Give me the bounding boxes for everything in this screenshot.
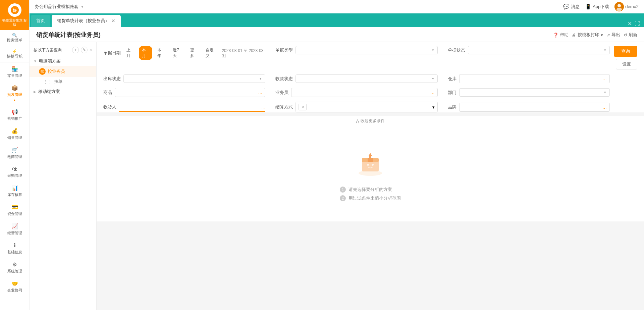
settlement-select[interactable]: × ▾ bbox=[296, 102, 437, 112]
tab-close-window-icon[interactable]: ✕ bbox=[628, 20, 632, 27]
inventory-icon: 📊 bbox=[11, 185, 18, 191]
sidebar-item-inventory[interactable]: 📊 库存核算 bbox=[0, 182, 29, 201]
date-btn-last-month[interactable]: 上月 bbox=[123, 46, 137, 60]
tree-item-by-salesperson[interactable]: 按 按业务员 bbox=[30, 66, 96, 77]
tab-maximize-icon[interactable]: ⛶ bbox=[635, 21, 640, 27]
main-area: 办公用品行业模拟账套 ▾ 💬 消息 📱 App下载 de bbox=[30, 0, 644, 310]
warehouse-label: 仓库 bbox=[448, 76, 457, 82]
topbar: 办公用品行业模拟账套 ▾ 💬 消息 📱 App下载 de bbox=[30, 0, 644, 13]
consignee-label: 收货人 bbox=[103, 104, 116, 110]
hint-number-2: 2 bbox=[340, 195, 346, 201]
filter-consignee: 收货人 … bbox=[103, 103, 265, 112]
settlement-chevron-icon: ▾ bbox=[432, 105, 435, 110]
add-icon: + bbox=[74, 48, 77, 52]
filter-bill-type: 单据类型 ▾ bbox=[275, 46, 437, 54]
message-button[interactable]: 💬 消息 bbox=[563, 4, 580, 10]
filter-settlement: 结算方式 × ▾ bbox=[275, 102, 437, 112]
bill-type-select[interactable]: ▾ bbox=[296, 46, 437, 54]
receipt-status-select[interactable]: ▾ bbox=[296, 74, 437, 83]
page-header: 销货单统计表(按业务员) ❓ 帮助 🖨 按模板打印 ▾ ↗ 导出 ↺ 刷新 bbox=[30, 27, 644, 42]
help-button[interactable]: ❓ 帮助 bbox=[553, 32, 569, 38]
user-menu[interactable]: demo2 bbox=[614, 2, 639, 11]
brand-select[interactable]: … bbox=[459, 103, 610, 112]
sidebar-item-system[interactable]: ⚙ 系统管理 bbox=[0, 258, 29, 277]
sidebar-item-enterprise[interactable]: 🤝 企业协同 bbox=[0, 277, 29, 296]
department-chevron-icon: ▾ bbox=[604, 90, 606, 95]
sidebar-item-purchase[interactable]: 🛍 采购管理 bbox=[0, 163, 29, 182]
sidebar-item-wholesale[interactable]: 📦 批发管理 ▲ bbox=[0, 82, 29, 105]
left-panel: 按以下方案查询 + ✎ « ▼ bbox=[30, 42, 97, 310]
setting-button[interactable]: 设置 bbox=[616, 59, 637, 69]
date-btn-this-month[interactable]: 本月 bbox=[139, 46, 152, 60]
sidebar-item-finance[interactable]: 💳 资金管理 bbox=[0, 201, 29, 220]
sidebar-item-sales[interactable]: 💰 销售管理 bbox=[0, 124, 29, 144]
logo-icon: 好 bbox=[8, 3, 21, 17]
sidebar-item-retail[interactable]: 🏪 零售管理 bbox=[0, 62, 29, 82]
filter-date: 单据日期 上月 本月 本年 近7天 更多 自定义 2023-03-01 至 20… bbox=[103, 46, 265, 60]
page-header-buttons: ❓ 帮助 🖨 按模板打印 ▾ ↗ 导出 ↺ 刷新 bbox=[553, 32, 637, 38]
sales-icon: 💰 bbox=[11, 128, 18, 134]
salesperson-label: 业务员 bbox=[275, 90, 288, 96]
department-select[interactable]: ▾ bbox=[459, 88, 610, 97]
out-status-select[interactable]: ▾ bbox=[123, 74, 265, 83]
bill-status-select[interactable]: ▾ bbox=[468, 46, 610, 54]
sidebar-logo[interactable]: 好 畅捷通好生意 标版 bbox=[0, 0, 29, 30]
tree-group-desktop-title[interactable]: ▼ 电脑端方案 bbox=[30, 56, 96, 66]
tree-item-salesperson-label: 按业务员 bbox=[48, 68, 65, 74]
settlement-tag: × bbox=[299, 104, 307, 110]
tab-sales-stats[interactable]: 销货单统计表（按业务员） ✕ bbox=[52, 15, 121, 27]
filter-receipt-status: 收款状态 ▾ bbox=[275, 74, 437, 83]
settlement-clear-icon[interactable]: × bbox=[302, 105, 304, 109]
collapse-up-icon: ⋀ bbox=[356, 119, 359, 123]
add-scheme-button[interactable]: + bbox=[72, 47, 79, 53]
goods-dots-icon: … bbox=[258, 90, 262, 95]
filter-row-4: 收货人 … 结算方式 × bbox=[103, 102, 637, 112]
sidebar-item-search[interactable]: 🔍 搜索菜单 bbox=[0, 30, 29, 46]
app-download-button[interactable]: 📱 App下载 bbox=[585, 4, 609, 10]
left-panel-header: 按以下方案查询 + ✎ « bbox=[30, 45, 96, 56]
collapse-panel-button[interactable]: « bbox=[90, 47, 92, 53]
export-button[interactable]: ↗ 导出 bbox=[606, 32, 620, 38]
logo-text: 畅捷通好生意 标版 bbox=[2, 18, 27, 27]
edit-scheme-button[interactable]: ✎ bbox=[81, 47, 88, 53]
sidebar-item-operations[interactable]: 📈 经营管理 bbox=[0, 220, 29, 239]
query-button[interactable]: 查询 bbox=[614, 46, 637, 57]
brand-dots-icon: … bbox=[602, 105, 607, 110]
sidebar-item-basic-info[interactable]: ℹ 基础信息 bbox=[0, 239, 29, 258]
date-btn-more[interactable]: 更多 bbox=[187, 46, 201, 60]
salesperson-select[interactable]: … bbox=[291, 88, 437, 97]
empty-hints: 1 请先选择要分析的方案 2 用过滤条件来缩小分析范围 bbox=[340, 187, 401, 201]
tab-close-icon[interactable]: ✕ bbox=[111, 18, 115, 23]
print-button[interactable]: 🖨 按模板打印 ▾ bbox=[572, 32, 603, 38]
filter-salesperson: 业务员 … bbox=[275, 88, 437, 97]
filter-row-2: 出库状态 ▾ 收款状态 ▾ bbox=[103, 74, 637, 83]
date-btn-this-year[interactable]: 本年 bbox=[154, 46, 168, 60]
sidebar-item-quicknav[interactable]: ⚡ 快捷导航 bbox=[0, 46, 29, 62]
warehouse-select[interactable]: … bbox=[459, 74, 610, 83]
bill-type-chevron-icon: ▾ bbox=[432, 48, 434, 52]
bill-status-chevron-icon: ▾ bbox=[604, 48, 606, 52]
svg-point-11 bbox=[372, 164, 374, 166]
sidebar-item-marketing[interactable]: 📢 营销推广 bbox=[0, 105, 29, 124]
company-dropdown-icon[interactable]: ▾ bbox=[81, 4, 84, 9]
tab-home[interactable]: 首页 bbox=[31, 15, 50, 27]
sidebar-item-ecommerce[interactable]: 🛒 电商管理 bbox=[0, 144, 29, 163]
tree-item-by-order[interactable]: ⋮⋮ 按单 bbox=[30, 77, 96, 87]
tree-group-mobile-label: 移动端方案 bbox=[38, 89, 60, 95]
date-btn-last-7days[interactable]: 近7天 bbox=[170, 46, 185, 60]
date-btn-custom[interactable]: 自定义 bbox=[203, 46, 220, 60]
print-dropdown-icon[interactable]: ▾ bbox=[601, 33, 603, 38]
refresh-button[interactable]: ↺ 刷新 bbox=[624, 32, 637, 38]
brand-label: 品牌 bbox=[448, 104, 457, 110]
tree-group-mobile-title[interactable]: ▶ 移动端方案 bbox=[30, 87, 96, 97]
phone-icon: 📱 bbox=[585, 4, 591, 10]
empty-hint-2: 2 用过滤条件来缩小分析范围 bbox=[340, 195, 401, 201]
svg-point-10 bbox=[367, 164, 369, 166]
filter-out-status: 出库状态 ▾ bbox=[103, 74, 265, 83]
consignee-input[interactable]: … bbox=[119, 103, 265, 112]
filter-collapse-button[interactable]: ⋀ 收起更多条件 bbox=[97, 116, 644, 126]
settlement-label: 结算方式 bbox=[275, 104, 293, 110]
bill-status-label: 单据状态 bbox=[448, 47, 465, 53]
goods-select[interactable]: … bbox=[115, 88, 265, 97]
tree-group-desktop: ▼ 电脑端方案 按 按业务员 ⋮⋮ 按单 bbox=[30, 56, 96, 87]
